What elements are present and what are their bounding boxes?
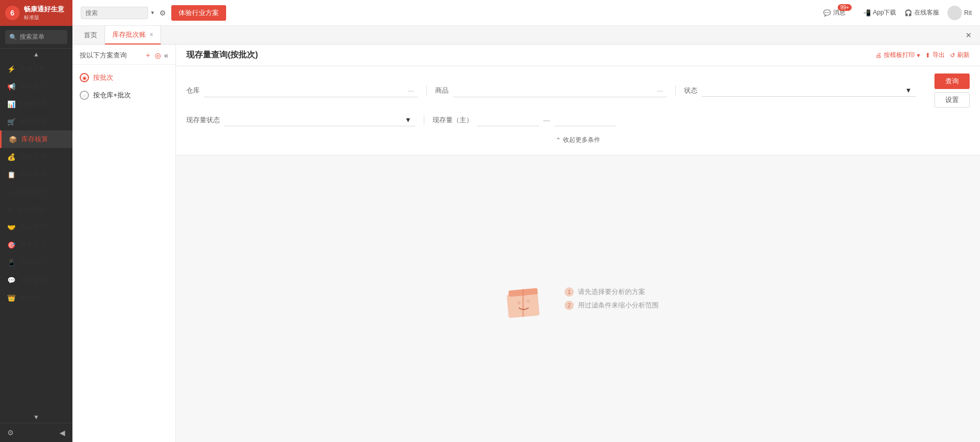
topbar: ▾ ⚙ 体验行业方案 💬 消息 99+ 📲 App下载 🎧 在线客服 Rit [72, 0, 980, 26]
tab-close-icon[interactable]: × [150, 31, 153, 38]
stock-qty-max-input[interactable] [554, 114, 616, 126]
scroll-down-btn[interactable]: ▼ [0, 411, 72, 423]
app-version: 标准版 [24, 14, 64, 21]
filter-row-2: 现存量状态 ▼ 现存量（主） — [186, 114, 970, 126]
sidebar: 6 畅康通好生意 标准版 🔍 搜索菜单 ▲ ⚡ 快捷导航 📢 营销推广 📊 销售… [0, 0, 72, 442]
marketing-icon: 📢 [7, 83, 16, 91]
tip-text-2: 用过滤条件来缩小分析范围 [578, 301, 659, 310]
username: Rit [964, 9, 972, 17]
collapse-panel-icon[interactable]: « [164, 51, 168, 60]
tab-bar-close-icon[interactable]: ✕ [961, 29, 976, 41]
finance-icon: 💰 [7, 153, 16, 161]
scheme-active-icon: ◉ [80, 73, 89, 82]
sidebar-item-operation[interactable]: 📋 经营管理 [0, 166, 72, 183]
sidebar-item-finance[interactable]: 💰 资金管理 [0, 148, 72, 166]
app-center-icon: 📱 [7, 259, 16, 267]
sidebar-item-sales[interactable]: 📊 销售管理 [0, 95, 72, 113]
scheme-settings-icon[interactable]: ◎ [155, 51, 161, 60]
printer-icon: 🖨 [875, 52, 882, 59]
message-action[interactable]: 💬 消息 99+ [823, 8, 845, 17]
scheme-item-by-warehouse-batch[interactable]: ○ 按仓库+批次 [72, 86, 175, 104]
headset-icon: 🎧 [904, 9, 912, 17]
tip-text-1: 请先选择要分析的方案 [578, 287, 645, 297]
user-avatar [947, 6, 962, 20]
main-area: ▾ ⚙ 体验行业方案 💬 消息 99+ 📲 App下载 🎧 在线客服 Rit [72, 0, 980, 442]
refresh-btn[interactable]: ↺ 刷新 [950, 51, 970, 60]
filter-divider-1 [426, 85, 427, 96]
sidebar-item-marketing[interactable]: 📢 营销推广 [0, 78, 72, 95]
inventory-icon: 📦 [9, 136, 17, 143]
content-area: 按以下方案查询 ＋ ◎ « ◉ 按批次 ○ 按仓库+批次 [72, 45, 980, 442]
empty-tip-1: 1 请先选择要分析的方案 [565, 287, 659, 297]
left-panel-header: 按以下方案查询 ＋ ◎ « [72, 45, 175, 65]
sidebar-item-enterprise-wechat[interactable]: 💬 企业微信 [0, 271, 72, 289]
member-icon: 👑 [7, 294, 16, 302]
purchase-icon: 🛒 [7, 118, 16, 126]
print-template-btn[interactable]: 🖨 按模板打印 ▾ [875, 51, 920, 60]
stock-status-arrow-icon: ▼ [405, 116, 411, 124]
topbar-search-area: ▾ [81, 7, 154, 19]
tab-home[interactable]: 首页 [77, 26, 105, 45]
sidebar-item-system[interactable]: ⚙ 系统管理 [0, 201, 72, 218]
stock-status-select[interactable]: ▼ [224, 114, 415, 126]
topbar-settings-icon[interactable]: ⚙ [159, 9, 166, 17]
sidebar-search-button[interactable]: 🔍 搜索菜单 [5, 30, 67, 44]
page-header-actions: 🖨 按模板打印 ▾ ⬆ 导出 ↺ 刷新 [875, 51, 970, 60]
sidebar-item-member[interactable]: 👑 畅会员 [0, 289, 72, 306]
print-dropdown-icon[interactable]: ▾ [917, 52, 920, 59]
status-filter: 状态 ▼ [684, 84, 916, 97]
sidebar-item-basic[interactable]: 🗂 基础信息 [0, 183, 72, 201]
product-label: 商品 [435, 86, 449, 95]
collapse-more-btn[interactable]: ⌃ 收起更多条件 [186, 132, 970, 148]
basic-icon: 🗂 [7, 188, 14, 196]
search-icon: 🔍 [9, 34, 17, 41]
user-profile[interactable]: Rit [947, 6, 972, 20]
filter-area: 仓库 ··· 商品 ··· [176, 66, 980, 155]
add-scheme-icon[interactable]: ＋ [144, 51, 152, 60]
svg-point-3 [517, 301, 521, 304]
stock-status-label: 现存量状态 [186, 115, 220, 125]
sidebar-nav: ⚡ 快捷导航 📢 营销推广 📊 销售管理 🛒 采购管理 📦 库存核算 💰 资金管… [0, 60, 72, 411]
product-dots-icon[interactable]: ··· [657, 86, 663, 95]
filter-divider-3 [424, 115, 424, 125]
query-button[interactable]: 查询 [934, 73, 970, 89]
warehouse-filter: 仓库 ··· [186, 84, 418, 97]
enterprise-icon: 🤝 [7, 224, 16, 231]
export-btn[interactable]: ⬆ 导出 [925, 51, 945, 60]
page-header: 现存量查询(按批次) 🖨 按模板打印 ▾ ⬆ 导出 ↺ 刷新 [176, 45, 980, 66]
message-icon: 💬 [823, 9, 831, 17]
stock-qty-filter: 现存量（主） — [433, 114, 662, 126]
sidebar-footer: ⚙ ◀ [0, 423, 72, 442]
sidebar-item-app-center[interactable]: 📱 应用中心 [0, 254, 72, 271]
scheme-list: ◉ 按批次 ○ 按仓库+批次 [72, 65, 175, 108]
right-panel: 现存量查询(按批次) 🖨 按模板打印 ▾ ⬆ 导出 ↺ 刷新 [176, 45, 980, 442]
search-dropdown-icon[interactable]: ▾ [151, 9, 154, 16]
stock-qty-min-input[interactable] [477, 114, 539, 126]
refresh-icon: ↺ [950, 52, 955, 59]
svg-point-4 [527, 300, 530, 303]
quick-nav-icon: ⚡ [7, 65, 16, 73]
sidebar-item-enterprise[interactable]: 🤝 企业协同 [0, 218, 72, 236]
scroll-up-btn[interactable]: ▲ [0, 49, 72, 60]
system-icon: ⚙ [7, 206, 13, 214]
tab-inventory-batch[interactable]: 库存批次账 × [105, 26, 161, 45]
footer-settings-icon[interactable]: ⚙ [7, 429, 14, 437]
sidebar-search-area[interactable]: 🔍 搜索菜单 [0, 26, 72, 49]
filter-actions: 查询 设置 [934, 73, 970, 108]
newbie-icon: 🎯 [7, 241, 16, 249]
topbar-search-input[interactable] [81, 7, 148, 19]
sidebar-item-newbie[interactable]: 🎯 新手引导 [0, 236, 72, 254]
sidebar-item-quick-nav[interactable]: ⚡ 快捷导航 [0, 60, 72, 78]
status-select[interactable]: ▼ [702, 84, 916, 97]
sales-icon: 📊 [7, 100, 16, 108]
scheme-item-by-batch[interactable]: ◉ 按批次 [72, 69, 175, 86]
experience-btn[interactable]: 体验行业方案 [171, 5, 226, 21]
stock-status-filter: 现存量状态 ▼ [186, 114, 415, 126]
warehouse-dots-icon[interactable]: ··· [408, 86, 414, 95]
online-service-action[interactable]: 🎧 在线客服 [904, 8, 939, 17]
sidebar-item-inventory[interactable]: 📦 库存核算 [0, 130, 72, 148]
settings-button[interactable]: 设置 [934, 92, 970, 108]
footer-collapse-icon[interactable]: ◀ [60, 429, 65, 437]
sidebar-item-purchase[interactable]: 🛒 采购管理 [0, 113, 72, 130]
app-download-action[interactable]: 📲 App下载 [863, 8, 896, 17]
